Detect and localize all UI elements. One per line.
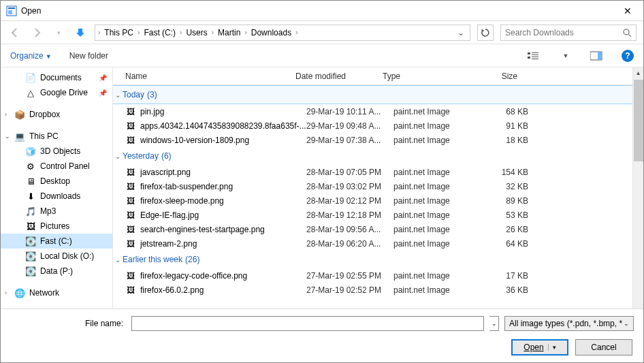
expand-icon[interactable]: › <box>5 111 7 118</box>
toolbar: Organize▼ New folder ▼ ? <box>1 44 643 67</box>
file-row[interactable]: 🖼firefox-tab-suspender.png28-Mar-19 03:0… <box>113 179 643 193</box>
tree-item-label: This PC <box>29 131 59 141</box>
new-folder-button[interactable]: New folder <box>69 51 108 61</box>
breadcrumb-dropdown[interactable]: ⌄ <box>455 28 467 37</box>
tree-item[interactable]: ⚙Control Panel <box>1 159 112 174</box>
file-row[interactable]: 🖼windows-10-version-1809.png29-Mar-19 07… <box>113 133 643 147</box>
file-date: 29-Mar-19 07:38 A... <box>306 136 393 145</box>
tree-item[interactable]: 🖼Pictures <box>1 219 112 234</box>
group-label: Yesterday <box>123 151 159 161</box>
nav-up-button[interactable] <box>73 25 88 40</box>
file-type: paint.net Image <box>393 271 474 281</box>
nav-back-button[interactable] <box>7 25 22 40</box>
pc-icon: 💻 <box>14 131 25 142</box>
collapse-icon[interactable]: ⌄ <box>5 133 10 140</box>
tree-item[interactable]: 🖥Desktop <box>1 174 112 189</box>
group-header[interactable]: ⌄Earlier this week(26) <box>113 251 643 268</box>
column-name[interactable]: Name <box>125 72 295 81</box>
navigation-tree[interactable]: 📄Documents📌△Google Drive📌›📦Dropbox⌄💻This… <box>1 67 113 309</box>
file-row[interactable]: 🖼Edge-IE-flag.jpg28-Mar-19 12:18 PMpaint… <box>113 208 643 222</box>
column-date[interactable]: Date modified <box>295 72 383 81</box>
file-size: 53 KB <box>474 210 528 220</box>
file-row[interactable]: 🖼search-engines-test-startpage.png28-Mar… <box>113 222 643 236</box>
tree-item[interactable]: 📄Documents📌 <box>1 70 112 85</box>
open-button[interactable]: Open ▾ <box>511 339 568 356</box>
column-size[interactable]: Size <box>463 72 517 81</box>
file-type: paint.net Image <box>393 196 474 206</box>
file-name: firefox-sleep-mode.png <box>140 196 306 206</box>
file-name: firefox-tab-suspender.png <box>140 182 306 191</box>
close-button[interactable]: ✕ <box>617 5 638 16</box>
filename-history-dropdown[interactable]: ⌄ <box>489 316 499 331</box>
tree-item-label: Desktop <box>40 176 70 186</box>
file-date: 28-Mar-19 09:56 A... <box>306 225 393 234</box>
tree-item[interactable]: 💽Fast (C:) <box>1 234 112 249</box>
tree-item[interactable]: ›📦Dropbox <box>1 107 112 122</box>
filename-input[interactable] <box>131 316 484 331</box>
breadcrumb-segment[interactable]: Martin <box>215 28 243 37</box>
file-row[interactable]: 🖼firefox-66.0.2.png27-Mar-19 02:52 PMpai… <box>113 283 643 297</box>
tree-item[interactable]: △Google Drive📌 <box>1 85 112 100</box>
view-options-button[interactable] <box>528 51 541 61</box>
tree-item[interactable]: 💽Data (P:) <box>1 264 112 279</box>
file-icon: 🖼 <box>125 285 136 296</box>
column-headers[interactable]: Name Date modified Type Size <box>113 67 643 85</box>
tree-item-label: Downloads <box>40 191 80 201</box>
titlebar: Open ✕ <box>1 1 643 21</box>
navbar: ▾ › This PC › Fast (C:) › Users › Martin… <box>1 21 643 44</box>
file-name: search-engines-test-startpage.png <box>140 225 306 234</box>
tree-item[interactable]: 💽Local Disk (O:) <box>1 249 112 264</box>
refresh-button[interactable] <box>477 25 494 41</box>
view-dropdown[interactable]: ▼ <box>559 52 573 59</box>
group-header[interactable]: ⌄Today(3) <box>113 85 643 104</box>
nav-history-dropdown[interactable]: ▾ <box>51 25 66 40</box>
nav-forward-button[interactable] <box>29 25 44 40</box>
file-type: paint.net Image <box>393 225 474 234</box>
svg-rect-2 <box>8 10 12 14</box>
disk-icon: 💽 <box>25 266 36 277</box>
preview-pane-button[interactable] <box>590 51 604 61</box>
file-name: jetstream-2.png <box>140 239 306 249</box>
file-type: paint.net Image <box>393 285 474 295</box>
expand-icon[interactable]: › <box>5 289 7 296</box>
vertical-scrollbar[interactable]: ▴ <box>632 67 643 309</box>
tree-item[interactable]: ⬇Downloads <box>1 189 112 204</box>
svg-line-4 <box>628 34 631 37</box>
file-row[interactable]: 🖼firefox-legacy-code-office.png27-Mar-19… <box>113 268 643 283</box>
tree-item[interactable]: ›🌐Network <box>1 285 112 300</box>
svg-rect-5 <box>528 52 530 54</box>
file-row[interactable]: 🖼firefox-sleep-mode.png28-Mar-19 02:12 P… <box>113 193 643 208</box>
file-row[interactable]: 🖼javascript.png28-Mar-19 07:05 PMpaint.n… <box>113 165 643 179</box>
search-icon <box>622 28 632 37</box>
tree-item-label: 3D Objects <box>40 146 80 156</box>
tree-item[interactable]: ⌄💻This PC <box>1 129 112 144</box>
organize-menu[interactable]: Organize▼ <box>10 51 52 61</box>
breadcrumb-segment[interactable]: Fast (C:) <box>141 28 178 37</box>
search-box[interactable] <box>500 25 637 41</box>
group-header[interactable]: ⌄Yesterday(6) <box>113 147 643 165</box>
scrollbar-thumb[interactable] <box>634 80 643 161</box>
file-name: firefox-66.0.2.png <box>140 285 306 295</box>
help-button[interactable]: ? <box>622 50 634 62</box>
file-type: paint.net Image <box>393 107 474 116</box>
file-row[interactable]: 🖼jetstream-2.png28-Mar-19 06:20 A...pain… <box>113 236 643 251</box>
breadcrumb-segment[interactable]: Downloads <box>248 28 294 37</box>
file-row[interactable]: 🖼pin.jpg29-Mar-19 10:11 A...paint.net Im… <box>113 104 643 119</box>
breadcrumb-bar[interactable]: › This PC › Fast (C:) › Users › Martin ›… <box>95 25 470 41</box>
breadcrumb-segment[interactable]: Users <box>183 28 210 37</box>
file-row[interactable]: 🖼apps.40342.14047435839088239.8faa635f-.… <box>113 119 643 133</box>
file-list-pane[interactable]: Name Date modified Type Size ⌄Today(3)🖼p… <box>113 67 643 309</box>
file-type: paint.net Image <box>393 136 474 145</box>
file-type-filter[interactable]: All image types (*.pdn, *.bmp, * ⌄ <box>504 316 634 331</box>
scroll-up-button[interactable]: ▴ <box>633 67 643 78</box>
search-input[interactable] <box>505 28 622 37</box>
tree-item-label: Mp3 <box>40 206 56 216</box>
chevron-right-icon: › <box>98 29 100 36</box>
file-date: 29-Mar-19 10:11 A... <box>306 107 393 116</box>
file-type: paint.net Image <box>393 210 474 220</box>
tree-item[interactable]: 🎵Mp3 <box>1 204 112 219</box>
column-type[interactable]: Type <box>383 72 463 81</box>
breadcrumb-segment[interactable]: This PC <box>101 28 136 37</box>
tree-item[interactable]: 🧊3D Objects <box>1 144 112 159</box>
cancel-button[interactable]: Cancel <box>575 339 632 356</box>
